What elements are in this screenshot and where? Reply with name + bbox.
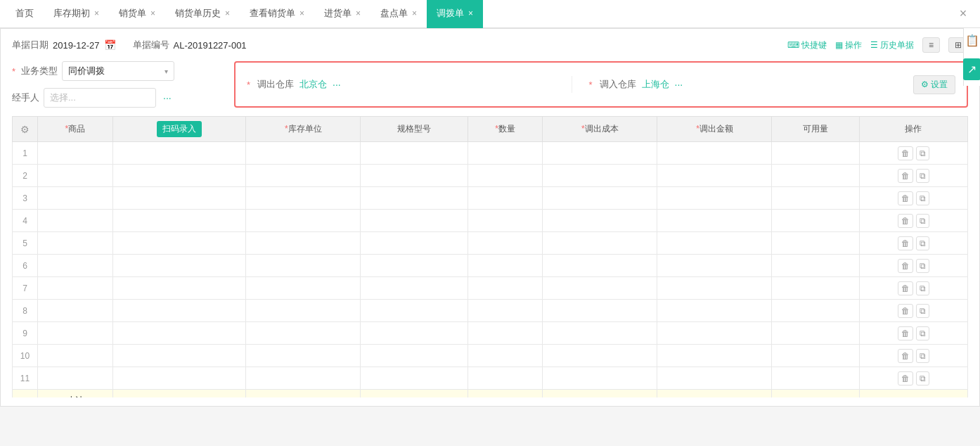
cell-goods[interactable] (38, 345, 113, 367)
shortcut-link[interactable]: ⌨ 快捷键 (787, 39, 827, 51)
cell-unit[interactable] (246, 232, 361, 255)
out-warehouse-more-icon[interactable]: ··· (333, 79, 341, 90)
cell-amount[interactable] (657, 142, 772, 165)
cell-amount[interactable] (657, 345, 772, 367)
window-close-button[interactable]: × (952, 3, 974, 25)
cell-qty[interactable] (468, 322, 543, 345)
cell-scan[interactable] (112, 232, 246, 255)
tab-close-inventory-check[interactable]: × (412, 8, 417, 18)
cell-cost[interactable] (543, 142, 657, 165)
copy-row-button[interactable]: ⧉ (916, 169, 929, 183)
tab-close-sales-order[interactable]: × (150, 8, 155, 18)
cell-goods[interactable] (38, 210, 113, 232)
delete-row-button[interactable]: 🗑 (898, 349, 913, 363)
tab-view-sales[interactable]: 查看销货单 × (240, 0, 314, 28)
cell-amount[interactable] (657, 255, 772, 277)
delete-row-button[interactable]: 🗑 (898, 146, 913, 160)
delete-row-button[interactable]: 🗑 (898, 371, 913, 386)
cell-goods[interactable] (38, 142, 113, 165)
cell-cost[interactable] (543, 322, 657, 345)
tab-sales-order[interactable]: 销货单 × (109, 0, 165, 28)
cell-amount[interactable] (657, 165, 772, 187)
cell-scan[interactable] (112, 142, 246, 165)
tab-sales-history[interactable]: 销货单历史 × (165, 0, 240, 28)
tab-close-inventory-init[interactable]: × (94, 8, 99, 18)
cell-unit[interactable] (246, 255, 361, 277)
cell-scan[interactable] (112, 367, 246, 390)
tab-close-transfer-order[interactable]: × (468, 8, 473, 18)
handler-select[interactable]: 选择... (44, 88, 156, 108)
cell-unit[interactable] (246, 187, 361, 210)
cell-goods[interactable] (38, 367, 113, 390)
cell-available[interactable] (772, 210, 859, 232)
cell-goods[interactable] (38, 187, 113, 210)
delete-row-button[interactable]: 🗑 (898, 281, 913, 295)
copy-row-button[interactable]: ⧉ (916, 236, 929, 250)
copy-row-button[interactable]: ⧉ (916, 281, 929, 295)
cell-spec[interactable] (361, 300, 468, 322)
copy-row-button[interactable]: ⧉ (916, 371, 929, 386)
cell-available[interactable] (772, 187, 859, 210)
cell-goods[interactable] (38, 277, 113, 300)
cell-cost[interactable] (543, 367, 657, 390)
tab-close-view-sales[interactable]: × (299, 8, 304, 18)
in-warehouse-value[interactable]: 上海仓 (642, 78, 669, 91)
cell-amount[interactable] (657, 187, 772, 210)
delete-row-button[interactable]: 🗑 (898, 304, 913, 318)
cell-cost[interactable] (543, 165, 657, 187)
cell-scan[interactable] (112, 255, 246, 277)
cell-unit[interactable] (246, 165, 361, 187)
copy-row-button[interactable]: ⧉ (916, 191, 929, 205)
cell-cost[interactable] (543, 210, 657, 232)
cell-qty[interactable] (468, 255, 543, 277)
cell-scan[interactable] (112, 345, 246, 367)
cell-cost[interactable] (543, 187, 657, 210)
cell-qty[interactable] (468, 367, 543, 390)
in-warehouse-more-icon[interactable]: ··· (675, 79, 683, 90)
cell-spec[interactable] (361, 210, 468, 232)
copy-row-button[interactable]: ⧉ (916, 326, 929, 340)
cell-goods[interactable] (38, 322, 113, 345)
note-icon[interactable]: 📋 (965, 34, 979, 47)
cell-amount[interactable] (657, 232, 772, 255)
cell-unit[interactable] (246, 367, 361, 390)
cell-spec[interactable] (361, 255, 468, 277)
cell-scan[interactable] (112, 165, 246, 187)
delete-row-button[interactable]: 🗑 (898, 214, 913, 228)
cell-cost[interactable] (543, 277, 657, 300)
tab-transfer-order[interactable]: 调拨单 × (427, 0, 483, 28)
cell-available[interactable] (772, 345, 859, 367)
expand-icon[interactable]: ↗ (963, 58, 980, 80)
cell-spec[interactable] (361, 277, 468, 300)
copy-row-button[interactable]: ⧉ (916, 259, 929, 273)
cell-goods[interactable] (38, 232, 113, 255)
warehouse-settings-button[interactable]: ⚙ 设置 (913, 75, 955, 94)
col-gear[interactable]: ⚙ (13, 117, 38, 142)
cell-goods[interactable] (38, 165, 113, 187)
cell-goods[interactable] (38, 300, 113, 322)
cell-scan[interactable] (112, 277, 246, 300)
cell-amount[interactable] (657, 210, 772, 232)
delete-row-button[interactable]: 🗑 (898, 326, 913, 340)
business-type-select[interactable]: 同价调拨 ▾ (62, 61, 174, 81)
cell-spec[interactable] (361, 367, 468, 390)
cell-goods[interactable] (38, 255, 113, 277)
delete-row-button[interactable]: 🗑 (898, 191, 913, 205)
cell-qty[interactable] (468, 232, 543, 255)
copy-row-button[interactable]: ⧉ (916, 349, 929, 363)
cell-scan[interactable] (112, 210, 246, 232)
copy-row-button[interactable]: ⧉ (916, 214, 929, 228)
cell-spec[interactable] (361, 345, 468, 367)
cell-unit[interactable] (246, 345, 361, 367)
cell-available[interactable] (772, 142, 859, 165)
tab-close-sales-history[interactable]: × (225, 8, 230, 18)
delete-row-button[interactable]: 🗑 (898, 236, 913, 250)
cell-cost[interactable] (543, 300, 657, 322)
column-settings-icon[interactable]: ⚙ (20, 124, 30, 135)
cell-qty[interactable] (468, 187, 543, 210)
copy-row-button[interactable]: ⧉ (916, 304, 929, 318)
cell-scan[interactable] (112, 300, 246, 322)
tab-close-purchase-order[interactable]: × (356, 8, 361, 18)
cell-unit[interactable] (246, 142, 361, 165)
table-container[interactable]: ⚙ *商品 扫码录入 *库存单位 规格型号 *数量 (12, 116, 968, 397)
